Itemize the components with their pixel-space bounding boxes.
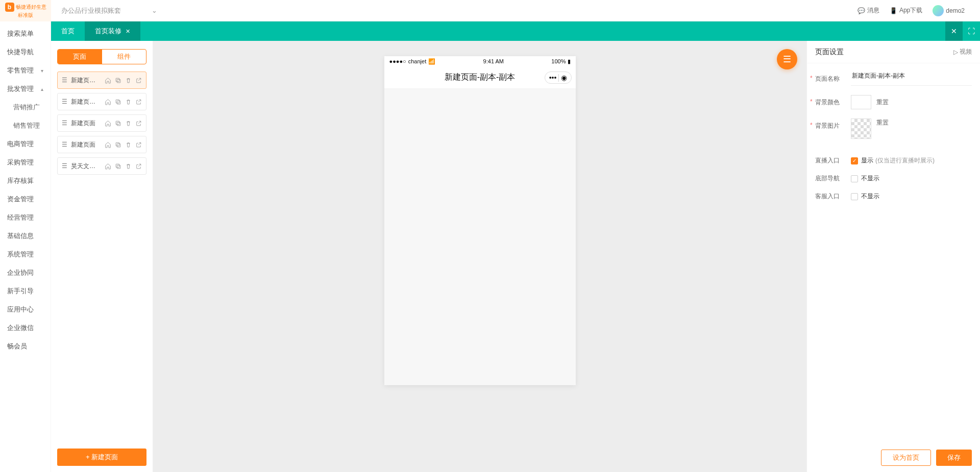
logo[interactable]: b 畅捷通好生意 标准版 <box>0 0 51 21</box>
page-name: 新建页面-副本... <box>71 76 101 85</box>
messages-link[interactable]: 💬 消息 <box>857 6 879 15</box>
add-page-button[interactable]: + 新建页面 <box>57 449 146 466</box>
copy-icon[interactable] <box>115 141 121 148</box>
phone-preview: ●●●●○ chanjet 📶 9:41 AM 100% ▮ 新建页面-副本-副… <box>384 56 576 385</box>
sidebar-item-guide[interactable]: 新手引导 <box>0 282 51 300</box>
bg-image-reset[interactable]: 重置 <box>876 119 889 127</box>
page-item[interactable]: ☰ 昊天文具店 <box>57 157 146 175</box>
signal-icon: ●●●●○ <box>389 58 406 64</box>
drag-icon[interactable]: ☰ <box>62 141 67 148</box>
service-checkbox[interactable] <box>851 193 858 200</box>
drag-icon[interactable]: ☰ <box>62 77 67 84</box>
drag-icon[interactable]: ☰ <box>62 162 67 170</box>
svg-rect-3 <box>116 100 119 103</box>
share-icon[interactable] <box>135 120 142 127</box>
sidebar-item-operation[interactable]: 经营管理 <box>0 208 51 227</box>
drag-icon[interactable]: ☰ <box>62 120 67 127</box>
fullscreen-button[interactable]: ⛶ <box>963 21 980 41</box>
share-icon[interactable] <box>135 77 142 84</box>
sidebar-item-retail[interactable]: 零售管理▾ <box>0 61 51 80</box>
username: demo2 <box>946 7 965 14</box>
chevron-down-icon: ⌄ <box>152 7 157 14</box>
sidebar-item-search[interactable]: 搜索菜单 <box>0 25 51 43</box>
menu-fab-button[interactable]: ☰ <box>777 49 797 69</box>
sidebar-item-label: 快捷导航 <box>7 48 34 57</box>
header-right: 💬 消息 📱 App下载 demo2 <box>857 5 980 16</box>
bg-color-reset[interactable]: 重置 <box>876 98 889 107</box>
sidebar-subitem-sales[interactable]: 销售管理 <box>0 116 51 135</box>
copy-icon[interactable] <box>115 99 121 105</box>
app-download-link[interactable]: 📱 App下载 <box>890 6 922 15</box>
target-icon: ◉ <box>561 74 567 82</box>
page-item[interactable]: ☰ 新建页面-副本... <box>57 72 146 89</box>
page-item[interactable]: ☰ 新建页面 <box>57 114 146 132</box>
home-icon[interactable] <box>105 120 111 127</box>
settings-form: 页面名称 新建页面-副本-副本 背景颜色 重置 背景图片 重置 <box>807 63 980 210</box>
panel-footer: 设为首页 保存 <box>807 443 980 472</box>
delete-icon[interactable] <box>125 99 132 105</box>
close-tab-icon[interactable]: ✕ <box>126 28 130 35</box>
share-icon[interactable] <box>135 163 142 170</box>
sidebar-item-basic[interactable]: 基础信息 <box>0 227 51 245</box>
delete-icon[interactable] <box>125 141 132 148</box>
sidebar-item-collab[interactable]: 企业协同 <box>0 264 51 282</box>
delete-icon[interactable] <box>125 77 132 84</box>
bg-color-swatch[interactable] <box>851 95 871 109</box>
tab-label: 首页装修 <box>95 27 121 36</box>
page-name-input[interactable]: 新建页面-副本-副本 <box>851 72 972 86</box>
sidebar-item-label: 系统管理 <box>7 250 34 259</box>
home-icon[interactable] <box>105 141 111 148</box>
tab-page-design[interactable]: 首页装修✕ <box>85 21 140 41</box>
svg-rect-0 <box>117 79 120 83</box>
service-label: 客服入口 <box>815 192 851 201</box>
share-icon[interactable] <box>135 141 142 148</box>
sidebar-item-member[interactable]: 畅会员 <box>0 337 51 356</box>
capsule[interactable]: ••• | ◉ <box>545 72 572 84</box>
sidebar-item-wholesale[interactable]: 批发管理▴ <box>0 80 51 98</box>
sidebar-item-quick-nav[interactable]: 快捷导航 <box>0 43 51 61</box>
sidebar-item-wechat[interactable]: 企业微信 <box>0 319 51 337</box>
sidebar-item-label: 经营管理 <box>7 213 34 222</box>
sidebar-item-ecommerce[interactable]: 电商管理 <box>0 135 51 153</box>
copy-icon[interactable] <box>115 163 121 170</box>
bg-image-picker[interactable] <box>851 119 871 139</box>
sidebar-item-system[interactable]: 系统管理 <box>0 245 51 264</box>
battery-icon: ▮ <box>568 58 571 65</box>
sidebar-item-inventory[interactable]: 库存核算 <box>0 172 51 190</box>
page-name: 昊天文具店 <box>71 162 101 171</box>
pill-tab-components[interactable]: 组件 <box>102 50 146 64</box>
save-button[interactable]: 保存 <box>936 450 972 466</box>
pill-tab-pages[interactable]: 页面 <box>58 50 102 64</box>
sidebar-item-purchase[interactable]: 采购管理 <box>0 153 51 172</box>
user-menu[interactable]: demo2 <box>933 5 965 16</box>
live-checkbox[interactable]: ✓ <box>851 157 858 164</box>
left-sidebar: 搜索菜单 快捷导航 零售管理▾ 批发管理▴ 营销推广 销售管理 电商管理 采购管… <box>0 21 51 472</box>
phone-body[interactable] <box>384 89 576 385</box>
sidebar-item-finance[interactable]: 资金管理 <box>0 190 51 208</box>
account-set-label: 办公品行业模拟账套 <box>61 6 121 15</box>
set-home-button[interactable]: 设为首页 <box>881 450 931 466</box>
copy-icon[interactable] <box>115 77 121 84</box>
delete-icon[interactable] <box>125 163 132 170</box>
home-icon[interactable] <box>105 99 111 105</box>
copy-icon[interactable] <box>115 120 121 127</box>
svg-rect-6 <box>117 144 120 147</box>
sidebar-item-label: 零售管理 <box>7 66 34 75</box>
share-icon[interactable] <box>135 99 142 105</box>
account-set-selector[interactable]: 办公品行业模拟账套 ⌄ <box>61 6 157 15</box>
tab-home[interactable]: 首页 <box>51 21 85 41</box>
sidebar-item-appcenter[interactable]: 应用中心 <box>0 300 51 319</box>
sidebar-subitem-marketing[interactable]: 营销推广 <box>0 98 51 116</box>
home-icon[interactable] <box>105 163 111 170</box>
page-item[interactable]: ☰ 新建页面-副本 <box>57 93 146 110</box>
delete-icon[interactable] <box>125 120 132 127</box>
home-icon[interactable] <box>105 77 111 84</box>
video-link[interactable]: ▷视频 <box>953 48 972 56</box>
drag-icon[interactable]: ☰ <box>62 98 67 105</box>
avatar-icon <box>933 5 944 16</box>
page-item[interactable]: ☰ 新建页面 <box>57 136 146 153</box>
sidebar-item-label: 批发管理 <box>7 84 34 93</box>
wifi-icon: 📶 <box>428 58 435 65</box>
close-button[interactable]: ✕ <box>945 21 963 41</box>
bottom-nav-checkbox[interactable] <box>851 175 858 182</box>
